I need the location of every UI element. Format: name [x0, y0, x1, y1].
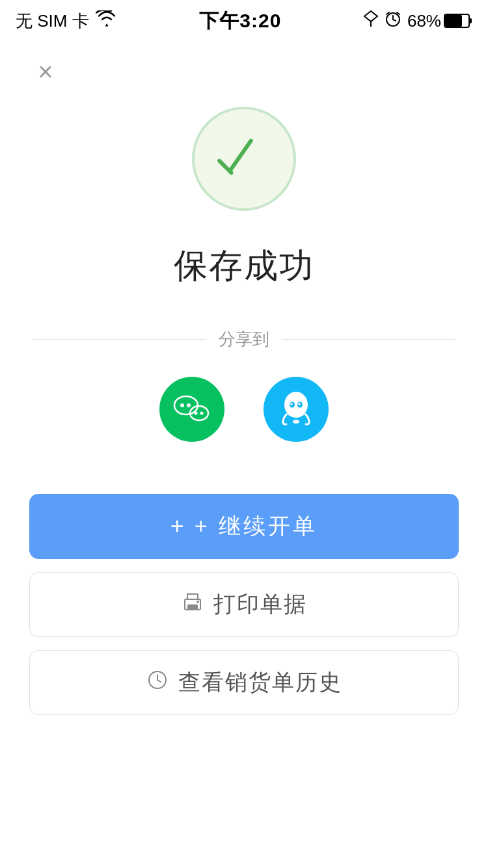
- status-bar: 无 SIM 卡 下午3:20 68%: [0, 0, 488, 42]
- success-icon-circle: [192, 107, 296, 211]
- svg-point-5: [180, 403, 184, 407]
- battery: 68%: [407, 11, 472, 31]
- print-button[interactable]: 打印单据: [29, 572, 459, 637]
- close-button[interactable]: ×: [26, 52, 65, 91]
- divider-left: [33, 339, 206, 340]
- qq-icon: [277, 387, 316, 432]
- svg-point-16: [300, 413, 305, 416]
- checkmark-icon: [218, 139, 270, 178]
- close-icon: ×: [38, 59, 53, 85]
- wifi-icon: [96, 10, 118, 32]
- status-left: 无 SIM 卡: [16, 10, 118, 33]
- share-section: 分享到: [0, 328, 488, 442]
- share-label: 分享到: [206, 328, 282, 351]
- svg-rect-19: [187, 604, 198, 610]
- svg-rect-2: [469, 18, 472, 23]
- history-icon: [146, 668, 169, 697]
- svg-point-12: [290, 403, 293, 405]
- main-content: 保存成功 分享到: [0, 42, 488, 715]
- success-title: 保存成功: [174, 243, 314, 289]
- svg-point-4: [174, 396, 198, 414]
- svg-point-9: [200, 412, 204, 415]
- svg-point-17: [293, 420, 299, 424]
- print-icon: [181, 590, 204, 619]
- history-button[interactable]: 查看销货单历史: [29, 650, 459, 715]
- status-time: 下午3:20: [199, 8, 281, 34]
- svg-point-15: [287, 413, 292, 416]
- wechat-icon: [172, 392, 212, 426]
- continue-icon: +: [170, 513, 185, 540]
- location-icon: [363, 10, 379, 33]
- qq-share-button[interactable]: [264, 377, 329, 442]
- action-buttons: + + 继续开单 打印单据 查看销货单历: [29, 494, 459, 715]
- svg-rect-3: [445, 15, 462, 27]
- wechat-share-button[interactable]: [159, 377, 224, 442]
- share-icons-container: [159, 377, 329, 442]
- svg-point-20: [197, 601, 199, 603]
- divider-right: [282, 339, 455, 340]
- alarm-icon: [384, 10, 402, 33]
- svg-point-6: [187, 403, 191, 407]
- battery-percentage: 68%: [407, 11, 441, 31]
- share-divider: 分享到: [0, 328, 488, 351]
- print-label: 打印单据: [213, 590, 307, 619]
- continue-label: + 继续开单: [195, 511, 318, 541]
- history-label: 查看销货单历史: [178, 668, 342, 698]
- continue-button[interactable]: + + 继续开单: [29, 494, 459, 559]
- svg-point-14: [298, 403, 301, 405]
- status-right: 68%: [363, 10, 472, 33]
- no-sim-text: 无 SIM 卡: [16, 10, 89, 33]
- svg-point-8: [195, 412, 198, 415]
